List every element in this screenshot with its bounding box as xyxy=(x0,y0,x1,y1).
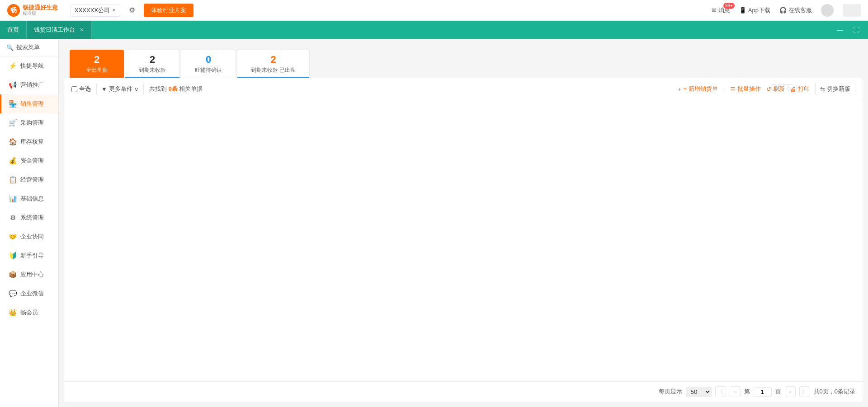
message-badge: 99+ xyxy=(723,3,735,9)
total-label: 共0页，0条记录 xyxy=(814,388,855,396)
stat-num-overdue: 2 xyxy=(150,55,155,65)
batch-operation-button[interactable]: ☰ 批量操作 xyxy=(730,85,761,93)
sidebar-item-app-center[interactable]: 📦 应用中心 xyxy=(0,265,58,284)
tab-minimize-button[interactable]: — xyxy=(834,23,846,36)
sidebar-item-member[interactable]: 👑 畅会员 xyxy=(0,303,58,322)
user-name[interactable] xyxy=(843,4,861,17)
stat-tab-overdue[interactable]: 2 到期未收款 xyxy=(125,50,180,78)
prev-page-button[interactable]: ＜ xyxy=(730,386,741,397)
next-page-button[interactable]: ＞ xyxy=(785,386,796,397)
header-left: 畅 畅捷通好生意 标准版 XXXXXX公司 ▼ ⚙ 体验行业方案 xyxy=(7,3,193,18)
sidebar-item-basic-info[interactable]: 📊 基础信息 xyxy=(0,189,58,208)
top-header: 畅 畅捷通好生意 标准版 XXXXXX公司 ▼ ⚙ 体验行业方案 ✉ 消息 99… xyxy=(0,0,868,21)
company-selector[interactable]: XXXXXX公司 ▼ xyxy=(71,4,120,17)
stat-tab-all[interactable]: 2 全部单据 xyxy=(70,50,124,78)
stat-label-overdue-out: 到期未收款 已出库 xyxy=(251,66,296,74)
sidebar-item-guide[interactable]: 🔰 新手引导 xyxy=(0,246,58,265)
main-content: 2 全部单据 2 到期未收款 0 旺辅待确认 xyxy=(59,39,868,407)
sidebar-item-quick-nav[interactable]: ⚡ 快捷导航 xyxy=(0,56,58,75)
trial-button[interactable]: 体验行业方案 xyxy=(144,4,193,17)
tab-home[interactable]: 首页 xyxy=(0,21,27,39)
sidebar-item-marketing[interactable]: 📢 营销推广 xyxy=(0,75,58,94)
app-download-button[interactable]: 📱 App下载 xyxy=(739,6,770,14)
purchase-icon: 🛒 xyxy=(9,119,17,127)
pending-progress xyxy=(181,77,236,78)
add-sales-order-button[interactable]: + + 新增销货单 xyxy=(678,85,718,93)
guide-icon: 🔰 xyxy=(9,252,17,260)
settings-button[interactable]: ⚙ xyxy=(125,3,139,18)
stat-num-pending: 0 xyxy=(206,55,211,65)
filter-button[interactable]: ▼ 更多条件 ∨ xyxy=(96,83,144,95)
search-menu-button[interactable]: 🔍 搜索菜单 xyxy=(0,39,58,56)
app-center-icon: 📦 xyxy=(9,271,17,279)
logo-text: 畅捷通好生意 标准版 xyxy=(23,4,58,17)
content-body: 2 全部单据 2 到期未收款 0 旺辅待确认 xyxy=(64,44,863,402)
switch-version-button[interactable]: ⇆ 切换新版 xyxy=(815,83,855,95)
overdue-progress xyxy=(125,77,179,78)
tab-bar-actions: — ⛶ xyxy=(834,21,868,39)
marketing-icon: 📢 xyxy=(9,81,17,89)
filter-icon: ▼ xyxy=(101,86,107,93)
search-icon: 🔍 xyxy=(6,44,14,51)
stat-num-all: 2 xyxy=(94,55,99,65)
divider-1: | xyxy=(723,86,725,93)
stat-num-overdue-out: 2 xyxy=(271,55,276,65)
stat-label-overdue: 到期未收款 xyxy=(139,66,166,74)
print-button[interactable]: 🖨 打印 xyxy=(790,85,810,93)
page-size-select[interactable]: 50 20 100 xyxy=(686,387,712,397)
print-icon: 🖨 xyxy=(790,86,796,93)
tab-work-bench[interactable]: 钱货日清工作台 ✕ xyxy=(27,21,92,39)
refresh-button[interactable]: ↺ 刷新 xyxy=(766,85,785,93)
service-icon: 🎧 xyxy=(779,7,787,14)
tab-bar: 首页 钱货日清工作台 ✕ — ⛶ xyxy=(0,21,868,39)
page-number-input[interactable] xyxy=(754,387,772,397)
finance-icon: 💰 xyxy=(9,157,17,165)
cooperation-icon: 🤝 xyxy=(9,233,17,241)
stat-label-all: 全部单据 xyxy=(86,66,108,74)
logo-area: 畅 畅捷通好生意 标准版 xyxy=(7,4,66,17)
pagination-bar: 每页显示 50 20 100 《 ＜ 第 页 ＞ 》 共0页，0条记录 xyxy=(64,381,863,402)
inventory-icon: 🏠 xyxy=(9,138,17,146)
sales-icon: 🏪 xyxy=(9,100,17,108)
first-page-button[interactable]: 《 xyxy=(715,386,726,397)
message-button[interactable]: ✉ 消息 99+ xyxy=(712,6,730,14)
avatar[interactable] xyxy=(821,4,834,17)
sidebar-item-system[interactable]: ⚙ 系统管理 xyxy=(0,208,58,227)
stats-tabs: 2 全部单据 2 到期未收款 0 旺辅待确认 xyxy=(64,44,863,78)
sidebar-item-operations[interactable]: 📋 经营管理 xyxy=(0,170,58,189)
toolbar: 全选 ▼ 更多条件 ∨ 共找到 0条 相关单据 + + 新增销货单 | xyxy=(64,78,863,100)
stat-tab-pending[interactable]: 0 旺辅待确认 xyxy=(181,50,236,78)
online-service-button[interactable]: 🎧 在线客服 xyxy=(779,6,812,14)
stat-tab-overdue-out[interactable]: 2 到期未收款 已出库 xyxy=(237,50,310,78)
member-icon: 👑 xyxy=(9,309,17,317)
last-page-button[interactable]: 》 xyxy=(799,386,810,397)
sidebar-item-cooperation[interactable]: 🤝 企业协同 xyxy=(0,227,58,246)
batch-icon: ☰ xyxy=(730,86,736,93)
sidebar: 🔍 搜索菜单 ⚡ 快捷导航 📢 营销推广 🏪 销售管理 🛒 采购管理 🏠 库存核… xyxy=(0,39,59,407)
overdue-progress-fill xyxy=(125,77,179,78)
refresh-icon: ↺ xyxy=(766,86,771,93)
system-icon: ⚙ xyxy=(9,214,17,222)
sidebar-item-purchase[interactable]: 🛒 采购管理 xyxy=(0,113,58,132)
sidebar-item-sales[interactable]: 🏪 销售管理 xyxy=(0,94,58,113)
operations-icon: 📋 xyxy=(9,176,17,184)
filter-chevron-icon: ∨ xyxy=(134,86,139,93)
page-label: 第 xyxy=(744,388,750,396)
sidebar-item-finance[interactable]: 💰 资金管理 xyxy=(0,151,58,170)
tab-close-icon[interactable]: ✕ xyxy=(80,27,84,33)
select-all-input[interactable] xyxy=(71,86,77,92)
stat-label-pending: 旺辅待确认 xyxy=(195,66,222,74)
logo-icon: 畅 xyxy=(7,4,20,17)
toolbar-right: + + 新增销货单 | ☰ 批量操作 ↺ 刷新 🖨 打印 ⇆ xyxy=(678,83,855,95)
page-suffix-label: 页 xyxy=(775,388,781,396)
sidebar-item-inventory[interactable]: 🏠 库存核算 xyxy=(0,132,58,151)
overdue-out-progress-fill xyxy=(237,77,309,78)
tab-maximize-button[interactable]: ⛶ xyxy=(850,23,863,36)
select-all-checkbox[interactable]: 全选 xyxy=(71,85,91,93)
overdue-out-progress xyxy=(237,77,309,78)
toolbar-left: 全选 ▼ 更多条件 ∨ 共找到 0条 相关单据 xyxy=(71,83,673,95)
found-text: 共找到 0条 相关单据 xyxy=(149,85,203,93)
basic-info-icon: 📊 xyxy=(9,195,17,203)
sidebar-item-wechat[interactable]: 💬 企业微信 xyxy=(0,284,58,303)
company-dropdown-icon: ▼ xyxy=(112,8,116,13)
